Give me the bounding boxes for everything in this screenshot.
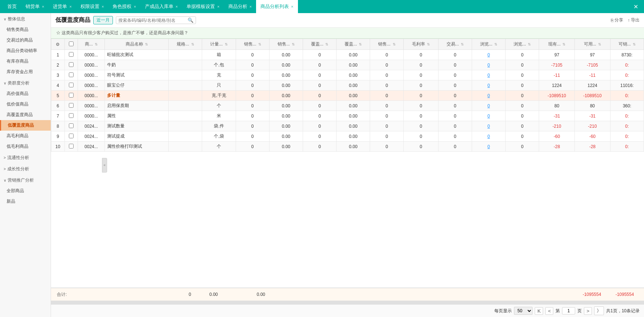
sidebar-item-all-goods[interactable]: 全部商品: [0, 186, 51, 196]
row-checkbox[interactable]: [69, 93, 74, 98]
cell-checkbox[interactable]: [64, 91, 78, 101]
page-number-input[interactable]: [562, 307, 575, 314]
row-checkbox[interactable]: [69, 83, 74, 87]
nav-template-settings[interactable]: 单据模板设置 ×: [182, 0, 224, 13]
th-code[interactable]: 商... ⇅: [78, 39, 105, 50]
page-title: 低覆盖度商品: [55, 16, 90, 24]
sidebar-section-circulation[interactable]: > 流通性分析: [0, 152, 51, 163]
sidebar-item-high-profit[interactable]: 高毛利商品: [0, 131, 51, 141]
close-icon[interactable]: ×: [250, 4, 252, 9]
cell-browse1[interactable]: 0: [472, 131, 506, 142]
sidebar-item-high-value[interactable]: 高价值商品: [0, 88, 51, 99]
next-page-button[interactable]: >: [584, 307, 592, 315]
cell-checkbox[interactable]: [64, 142, 78, 152]
th-sales3[interactable]: 销售... ⇅: [370, 39, 404, 50]
share-button[interactable]: ⎘ 分享: [611, 17, 623, 23]
cell-gross: 0: [404, 91, 438, 101]
cell-checkbox[interactable]: [64, 50, 78, 60]
row-checkbox[interactable]: [69, 52, 74, 57]
row-checkbox[interactable]: [69, 144, 74, 148]
th-spec[interactable]: 规格... ⇅: [169, 39, 202, 50]
window-close-button[interactable]: ✕: [631, 3, 641, 10]
nav-product-analysis-list[interactable]: 商品分析列表 ×: [256, 0, 298, 13]
cell-browse1[interactable]: 0: [472, 60, 506, 70]
period-button[interactable]: 近一月: [93, 16, 113, 24]
row-checkbox[interactable]: [69, 123, 74, 128]
close-icon[interactable]: ×: [176, 4, 178, 9]
select-all-checkbox[interactable]: [69, 41, 74, 46]
th-settings[interactable]: ⚙: [51, 39, 65, 50]
close-icon[interactable]: ×: [291, 4, 293, 9]
cell-browse1[interactable]: 0: [472, 91, 506, 101]
close-icon[interactable]: ×: [217, 4, 219, 9]
nav-permission-settings[interactable]: 权限设置 ×: [76, 0, 108, 13]
row-checkbox[interactable]: [69, 62, 74, 67]
th-unit[interactable]: 计量... ⇅: [202, 39, 236, 50]
sidebar-item-traded-goods[interactable]: 交易过的商品: [0, 35, 51, 45]
sidebar-item-inventory-capital[interactable]: 库存资金占用: [0, 67, 51, 77]
nav-purchase-order[interactable]: 进货单 ×: [48, 0, 76, 13]
sidebar-item-new-goods[interactable]: 新品: [0, 196, 51, 207]
first-page-button[interactable]: K: [535, 307, 543, 315]
prev-page-button[interactable]: <: [545, 307, 553, 315]
th-sales-amt[interactable]: 销售... ⇅: [269, 39, 303, 50]
cell-checkbox[interactable]: [64, 121, 78, 131]
nav-product-analysis[interactable]: 商品分析 ×: [224, 0, 256, 13]
nav-sales-order[interactable]: 销货单 ×: [21, 0, 48, 13]
cell-browse1[interactable]: 0: [472, 121, 506, 131]
cell-browse1[interactable]: 0: [472, 101, 506, 111]
cell-checkbox[interactable]: [64, 131, 78, 142]
cell-browse1[interactable]: 0: [472, 142, 506, 152]
row-checkbox[interactable]: [69, 113, 74, 118]
sidebar-collapse-button[interactable]: «: [102, 158, 107, 173]
sidebar-section-marketing[interactable]: ∨ 营销推广分析: [0, 174, 51, 186]
th-browse1[interactable]: 浏览... ⇅: [472, 39, 506, 50]
cell-browse1[interactable]: 0: [472, 50, 506, 60]
row-checkbox[interactable]: [69, 72, 74, 77]
sidebar-section-growth[interactable]: > 成长性分析: [0, 163, 51, 174]
th-checkbox[interactable]: [64, 39, 78, 50]
th-cover2[interactable]: 覆盖... ⇅: [337, 39, 370, 50]
close-icon[interactable]: ×: [102, 4, 104, 9]
row-checkbox[interactable]: [69, 103, 74, 108]
th-cover1[interactable]: 覆盖... ⇅: [303, 39, 336, 50]
horizontal-scrollbar[interactable]: [51, 301, 644, 304]
sidebar-item-inventory-goods[interactable]: 有库存商品: [0, 56, 51, 67]
sidebar-item-low-profit[interactable]: 低毛利商品: [0, 141, 51, 152]
th-trade[interactable]: 交易... ⇅: [438, 39, 472, 50]
th-saleable[interactable]: 可销... ⇅: [610, 39, 644, 50]
cell-checkbox[interactable]: [64, 80, 78, 91]
close-icon[interactable]: ×: [134, 4, 136, 9]
search-input[interactable]: [118, 18, 188, 23]
cell-checkbox[interactable]: [64, 70, 78, 80]
th-browse2[interactable]: 浏览... ⇅: [506, 39, 539, 50]
nav-product-inbound[interactable]: 产成品入库单 ×: [141, 0, 182, 13]
row-checkbox[interactable]: [69, 134, 74, 138]
cell-checkbox[interactable]: [64, 101, 78, 111]
sidebar-section-coverage[interactable]: ∨ 类群度分析: [0, 77, 51, 88]
th-sales-qty[interactable]: 销售... ⇅: [236, 39, 269, 50]
sidebar-item-category-turnover[interactable]: 商品分类动销率: [0, 45, 51, 56]
cell-checkbox[interactable]: [64, 60, 78, 70]
nav-home[interactable]: 首页: [3, 0, 21, 13]
th-current[interactable]: 现有... ⇅: [539, 39, 575, 50]
nav-role-auth[interactable]: 角色授权 ×: [108, 0, 140, 13]
th-available[interactable]: 可用... ⇅: [574, 39, 610, 50]
cell-sales3: 0: [370, 142, 404, 152]
page-size-select[interactable]: 50 10 20 100: [514, 307, 533, 315]
close-icon[interactable]: ×: [42, 4, 44, 9]
cell-browse1[interactable]: 0: [472, 70, 506, 80]
close-icon[interactable]: ×: [69, 4, 71, 9]
export-button[interactable]: ↑ 导出: [628, 17, 640, 23]
th-name[interactable]: 商品名称 ⇅: [105, 39, 169, 50]
cell-browse1[interactable]: 0: [472, 111, 506, 121]
sidebar-item-low-value[interactable]: 低价值商品: [0, 99, 51, 110]
sidebar-item-sales-goods[interactable]: 销售类商品: [0, 24, 51, 35]
th-gross[interactable]: 毛利率 ⇅: [404, 39, 438, 50]
cell-checkbox[interactable]: [64, 111, 78, 121]
sidebar-item-high-coverage[interactable]: 高覆盖度商品: [0, 110, 51, 120]
last-page-button[interactable]: 》: [594, 306, 604, 315]
sidebar-section-overall[interactable]: ∨ 整体信息: [0, 13, 51, 24]
sidebar-item-low-coverage[interactable]: 低覆盖度商品: [0, 120, 51, 131]
cell-browse1[interactable]: 0: [472, 80, 506, 91]
